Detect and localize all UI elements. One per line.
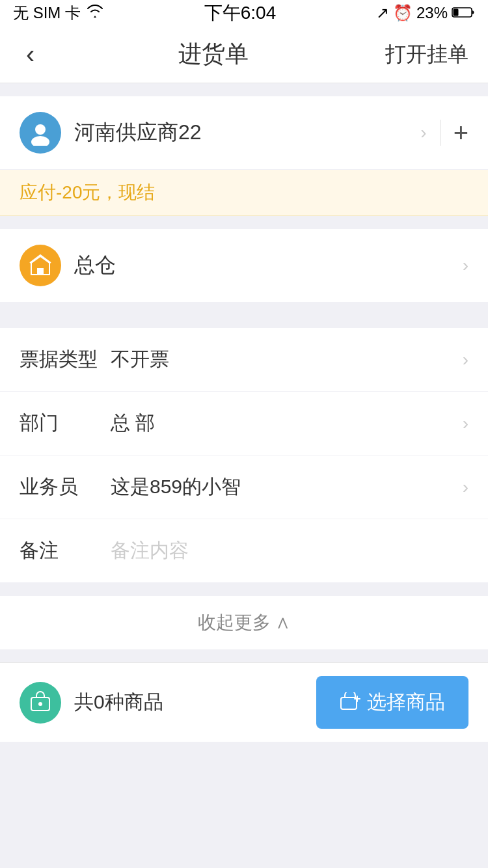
status-carrier: 无 SIM 卡 — [13, 3, 104, 23]
warehouse-name: 总仓 — [74, 251, 456, 280]
warehouse-icon — [20, 245, 61, 286]
select-product-label: 选择商品 — [367, 689, 445, 716]
mid-divider-1 — [0, 216, 488, 229]
invoice-type-chevron-icon: › — [463, 349, 468, 370]
remark-row[interactable]: 备注 备注内容 — [0, 519, 488, 582]
supplier-name: 河南供应商22 — [74, 118, 414, 147]
product-count: 共0种商品 — [74, 689, 316, 716]
page-title: 进货单 — [178, 38, 249, 70]
warehouse-row[interactable]: 总仓 › — [0, 229, 488, 302]
department-row[interactable]: 部门 总 部 › — [0, 392, 488, 455]
navigation-bar: ‹ 进货单 打开挂单 — [0, 26, 488, 83]
top-divider — [0, 83, 488, 96]
product-icon — [20, 682, 61, 724]
mid-divider-2 — [0, 302, 488, 315]
salesperson-value: 这是859的小智 — [98, 474, 456, 500]
department-label: 部门 — [20, 410, 98, 437]
collapse-row[interactable]: 收起更多 ∧ — [0, 595, 488, 649]
invoice-type-label: 票据类型 — [20, 346, 98, 373]
remark-input[interactable]: 备注内容 — [98, 537, 468, 564]
department-chevron-icon: › — [463, 413, 468, 434]
svg-rect-1 — [454, 9, 459, 16]
svg-rect-4 — [37, 268, 44, 275]
battery-text: 23% — [416, 4, 448, 22]
select-product-icon — [340, 692, 360, 713]
remark-label: 备注 — [20, 537, 98, 564]
invoice-type-value: 不开票 — [98, 346, 456, 373]
salesperson-row[interactable]: 业务员 这是859的小智 › — [0, 455, 488, 519]
form-section: 票据类型 不开票 › 部门 总 部 › 业务员 这是859的小智 › 备注 备注… — [0, 328, 488, 582]
department-value: 总 部 — [98, 410, 456, 437]
add-supplier-button[interactable]: + — [454, 118, 468, 148]
battery-icon — [452, 4, 475, 22]
status-time: 下午6:04 — [204, 1, 277, 25]
salesperson-chevron-icon: › — [463, 477, 468, 498]
svg-point-3 — [31, 136, 49, 146]
notice-banner: 应付-20元，现结 — [0, 170, 488, 216]
carrier-text: 无 SIM 卡 — [13, 3, 81, 23]
supplier-chevron-icon: › — [420, 122, 426, 143]
open-pending-button[interactable]: 打开挂单 — [385, 40, 468, 69]
collapse-label: 收起更多 ∧ — [198, 610, 291, 635]
svg-point-2 — [35, 124, 46, 135]
invoice-type-row[interactable]: 票据类型 不开票 › — [0, 328, 488, 392]
remaining-area — [0, 742, 488, 868]
supplier-avatar — [20, 112, 61, 154]
status-indicators: ↗ ⏰ 23% — [376, 4, 475, 22]
supplier-section: 河南供应商22 › + 应付-20元，现结 — [0, 96, 488, 216]
back-icon: ‹ — [26, 40, 34, 68]
supplier-row[interactable]: 河南供应商22 › + — [0, 96, 488, 170]
bottom-bar: 共0种商品 选择商品 — [0, 662, 488, 742]
back-button[interactable]: ‹ — [20, 33, 41, 75]
alarm-icon: ⏰ — [393, 4, 413, 22]
salesperson-label: 业务员 — [20, 474, 98, 500]
location-icon: ↗ — [376, 4, 389, 22]
status-bar: 无 SIM 卡 下午6:04 ↗ ⏰ 23% — [0, 0, 488, 26]
select-product-button[interactable]: 选择商品 — [316, 676, 468, 729]
wifi-icon — [86, 4, 104, 22]
warehouse-chevron-icon: › — [463, 255, 468, 276]
supplier-divider — [440, 120, 441, 146]
svg-point-6 — [38, 702, 42, 706]
warehouse-section: 总仓 › — [0, 229, 488, 302]
notice-text: 应付-20元，现结 — [20, 182, 155, 202]
